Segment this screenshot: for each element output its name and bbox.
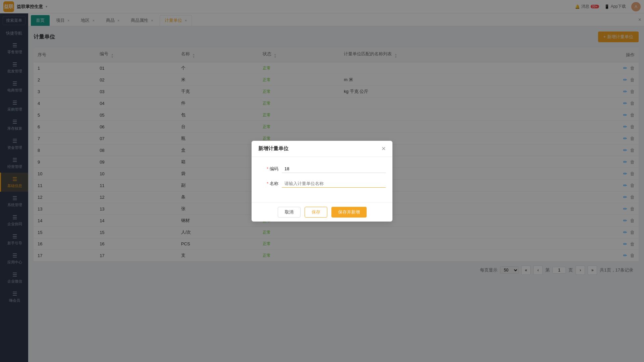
save-and-new-button[interactable]: 保存并新增 — [331, 207, 367, 218]
name-input[interactable] — [282, 180, 386, 188]
name-field-label: 名称 — [258, 181, 278, 187]
save-button[interactable]: 保存 — [305, 207, 327, 218]
modal-overlay: 新增计量单位 ✕ 编码 名称 取消 保存 保存并新增 — [0, 0, 644, 362]
add-unit-modal: 新增计量单位 ✕ 编码 名称 取消 保存 保存并新增 — [252, 141, 392, 222]
code-field-row: 编码 — [258, 165, 386, 173]
modal-title: 新增计量单位 — [258, 145, 288, 152]
name-field-row: 名称 — [258, 180, 386, 188]
modal-close-btn[interactable]: ✕ — [381, 145, 386, 152]
modal-header: 新增计量单位 ✕ — [252, 141, 392, 157]
modal-body: 编码 名称 — [252, 157, 392, 202]
modal-footer: 取消 保存 保存并新增 — [252, 202, 392, 222]
app-container: 益联 益联掌控生意 ▾ 🔔 消息 99+ 📱 App下载 A 搜索菜单 — [0, 0, 644, 362]
cancel-button[interactable]: 取消 — [278, 207, 301, 218]
code-field-label: 编码 — [258, 166, 278, 172]
code-input[interactable] — [282, 165, 386, 173]
